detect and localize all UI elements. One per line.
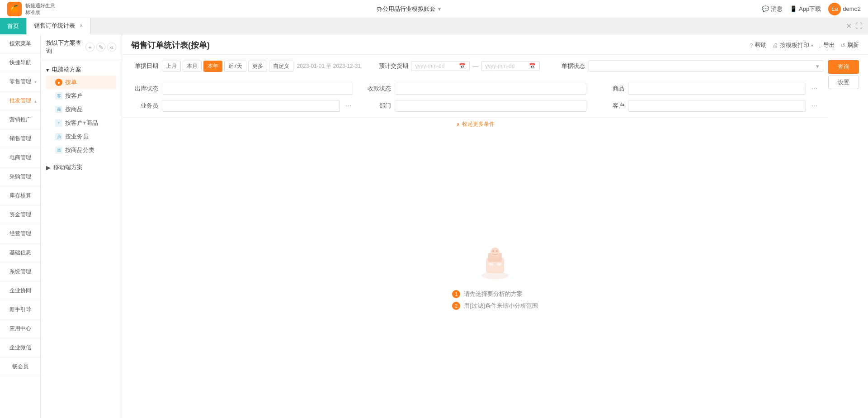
- sidebar-item-system[interactable]: 系统管理: [0, 262, 40, 281]
- page-title: 销售订单统计表(按单): [131, 40, 210, 51]
- scheme-item-by-salesman[interactable]: 员 按业务员: [46, 130, 116, 143]
- sidebar-item-purchase[interactable]: 采购管理: [0, 167, 40, 186]
- sidebar-item-sales[interactable]: 销售管理: [0, 129, 40, 148]
- customer-ellipsis-button[interactable]: ···: [810, 102, 819, 110]
- date-more[interactable]: 更多: [248, 61, 267, 72]
- topbar-dropdown-icon[interactable]: ▾: [438, 6, 441, 12]
- scheme-item-by-product[interactable]: 商 按商品: [46, 103, 116, 116]
- sidebar-item-basic[interactable]: 基础信息: [0, 243, 40, 262]
- message-icon: 💬: [762, 5, 769, 12]
- svg-point-3: [491, 247, 500, 256]
- receipt-status-select[interactable]: [395, 83, 586, 95]
- sidebar-item-search[interactable]: 搜索菜单: [0, 34, 40, 53]
- print-dropdown-icon[interactable]: ▾: [811, 43, 813, 48]
- empty-steps: 1 请先选择要分析的方案 2 用[过滤]条件来缩小分析范围: [452, 290, 538, 310]
- date-this-year[interactable]: 本年: [203, 61, 222, 72]
- help-icon: ?: [750, 42, 753, 49]
- tab-sales-stats[interactable]: 销售订单统计表 ×: [27, 18, 90, 34]
- doc-status-select[interactable]: [589, 60, 823, 72]
- topbar-center: 办公用品行业模拟账套 ▾: [55, 5, 762, 13]
- topbar-right: 💬 消息 📱 App下载 Ea demo2: [762, 3, 861, 15]
- mobile-scheme-group-header[interactable]: ▶ 移动端方案: [46, 162, 116, 173]
- doc-status-cell: 单据状态 ▾: [558, 60, 819, 72]
- sidebar-item-ecommerce[interactable]: 电商管理: [0, 148, 40, 167]
- receipt-status-label: 收款状态: [364, 85, 391, 93]
- action-buttons: 查询 设置: [828, 55, 868, 95]
- right-panel: 销售订单统计表(按单) ? 帮助 🖨 按模板打印 ▾ ↓ 导出: [122, 34, 868, 418]
- svg-rect-6: [489, 263, 493, 266]
- sidebar-item-marketing[interactable]: 营销推广: [0, 110, 40, 129]
- sidebar-item-inventory[interactable]: 库存核算: [0, 186, 40, 205]
- date-range-display: 2023-01-01 至 2023-12-31: [297, 62, 361, 70]
- export-button[interactable]: ↓ 导出: [819, 41, 835, 49]
- user-menu[interactable]: Ea demo2: [828, 3, 861, 15]
- goods-input[interactable]: [628, 83, 806, 95]
- window-close-icon[interactable]: ✕: [846, 22, 852, 30]
- svg-point-4: [492, 250, 494, 252]
- scheme-item-by-category[interactable]: 类 按商品分类: [46, 143, 116, 157]
- add-scheme-button[interactable]: +: [85, 43, 94, 52]
- date-last-7days[interactable]: 近7天: [224, 61, 246, 72]
- doc-status-label: 单据状态: [558, 62, 585, 70]
- sidebar-item-wechat[interactable]: 企业微信: [0, 338, 40, 357]
- scheme-customer-icon: 客: [55, 92, 62, 100]
- message-button[interactable]: 💬 消息: [762, 5, 783, 13]
- sidebar-item-appstore[interactable]: 应用中心: [0, 319, 40, 338]
- expected-date-to[interactable]: yyyy-mm-dd 📅: [481, 61, 540, 71]
- tab-home[interactable]: 首页: [0, 18, 27, 34]
- customer-input[interactable]: [628, 100, 806, 112]
- pc-scheme-group-header[interactable]: ▾ 电脑端方案: [46, 64, 116, 76]
- print-button[interactable]: 🖨 按模板打印 ▾: [772, 41, 813, 49]
- scheme-salesman-icon: 员: [55, 133, 62, 140]
- logo-text: 畅捷通好生意 标准版: [25, 2, 55, 15]
- goods-label: 商品: [597, 85, 624, 93]
- avatar: Ea: [828, 3, 841, 15]
- help-button[interactable]: ? 帮助: [750, 41, 766, 49]
- app-download-button[interactable]: 📱 App下载: [790, 5, 821, 13]
- edit-scheme-button[interactable]: ✎: [96, 43, 105, 52]
- collapse-more-conditions-button[interactable]: ∧ 收起更多条件: [122, 117, 828, 131]
- salesman-input[interactable]: [162, 100, 340, 112]
- scheme-item-by-customer[interactable]: 客 按客户: [46, 89, 116, 103]
- date-last-month[interactable]: 上月: [162, 61, 181, 72]
- scheme-item-by-order[interactable]: ● 按单: [46, 76, 116, 89]
- query-button[interactable]: 查询: [828, 60, 859, 74]
- logo-icon: 🍊: [7, 2, 22, 16]
- window-maximize-icon[interactable]: ⛶: [855, 22, 863, 30]
- topbar: 🍊 畅捷通好生意 标准版 办公用品行业模拟账套 ▾ 💬 消息 📱 App下载 E…: [0, 0, 868, 18]
- filter-row-3: 业务员 ··· 部门 客户 ·: [122, 100, 828, 117]
- customer-label: 客户: [597, 102, 624, 110]
- expected-date-cell: 预计交货期 yyyy-mm-dd 📅 — yyyy-mm-dd 📅: [379, 61, 540, 71]
- sidebar-item-newbie[interactable]: 新手引导: [0, 300, 40, 319]
- date-custom[interactable]: 自定义: [269, 61, 293, 72]
- calendar-icon: 📅: [459, 63, 466, 69]
- sidebar-item-quick-nav[interactable]: 快捷导航: [0, 53, 40, 72]
- goods-ellipsis-button[interactable]: ···: [810, 85, 819, 93]
- salesman-ellipsis-button[interactable]: ···: [344, 102, 353, 110]
- left-panel-header: 按以下方案查询 + ✎ «: [41, 34, 122, 60]
- sidebar-item-finance[interactable]: 资金管理: [0, 205, 40, 224]
- scheme-item-by-cust-prod[interactable]: + 按客户+商品: [46, 116, 116, 130]
- sidebar-item-wholesale[interactable]: 批发管理 ▴: [0, 91, 40, 110]
- sidebar-item-cooperation[interactable]: 企业协同: [0, 281, 40, 300]
- dept-select[interactable]: [395, 100, 586, 112]
- tab-close-icon[interactable]: ×: [80, 23, 83, 29]
- page-header: 销售订单统计表(按单) ? 帮助 🖨 按模板打印 ▾ ↓ 导出: [122, 34, 868, 55]
- scheme-panel-actions: + ✎ «: [85, 43, 116, 52]
- collapse-panel-button[interactable]: «: [107, 43, 116, 52]
- settings-button[interactable]: 设置: [828, 76, 859, 89]
- refresh-button[interactable]: ↺ 刷新: [840, 41, 859, 49]
- expected-date-from[interactable]: yyyy-mm-dd 📅: [411, 61, 470, 71]
- tabbar: 首页 销售订单统计表 × ✕ ⛶: [0, 18, 868, 34]
- date-this-month[interactable]: 本月: [183, 61, 202, 72]
- sidebar-item-retail[interactable]: 零售管理 ▾: [0, 72, 40, 91]
- svg-rect-7: [497, 263, 501, 266]
- sidebar-item-operations[interactable]: 经营管理: [0, 224, 40, 243]
- empty-state: 1 请先选择要分析的方案 2 用[过滤]条件来缩小分析范围: [122, 131, 868, 418]
- out-status-select[interactable]: [162, 83, 353, 95]
- step-num-2: 2: [452, 302, 460, 310]
- sidebar: 搜索菜单 快捷导航 零售管理 ▾ 批发管理 ▴ 营销推广 销售管理 电商管理 采…: [0, 34, 41, 418]
- export-icon: ↓: [819, 42, 822, 49]
- sidebar-item-member[interactable]: 畅会员: [0, 357, 40, 376]
- empty-illustration: [472, 239, 518, 285]
